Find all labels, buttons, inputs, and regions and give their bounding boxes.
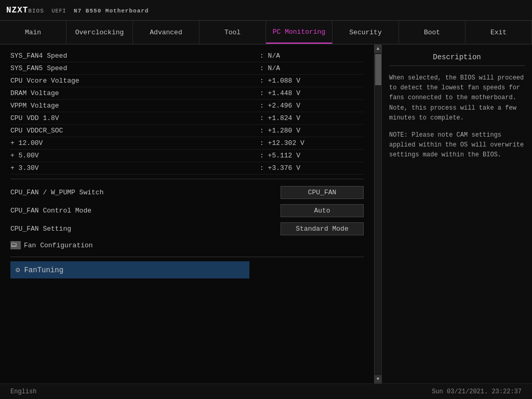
scrollbar-thumb[interactable] [375,54,381,85]
monitor-row-value: : +1.280 V [260,127,364,135]
monitor-row-value: : N/A [260,64,364,72]
monitor-row-value: : +12.302 V [260,139,364,147]
monitor-row: SYS_FAN5 Speed: N/A [10,62,364,75]
logo: NZXTBIOS UEFI N7 B550 Motherboard [6,6,149,15]
btn-rows-container: CPU_FAN / W_PUMP SwitchCPU_FANCPU_FAN Co… [10,183,364,238]
description-title: Description [389,53,525,66]
monitor-row-value: : +2.496 V [260,102,364,110]
description-paragraph: NOTE: Please note CAM settings applied w… [389,130,525,161]
nav-item-exit[interactable]: Exit [466,21,532,44]
monitor-row-value: : +5.112 V [260,152,364,159]
monitor-row-label: VPPM Voltage [10,102,260,110]
monitor-row-value: : N/A [260,52,364,60]
monitor-row-label: CPU Vcore Voltage [10,77,260,85]
btn-row: CPU_FAN SettingStandard Mode [10,220,364,238]
monitor-row-label: + 12.00V [10,139,260,147]
description-paragraph: When selected, the BIOS will proceed to … [389,73,525,123]
navbar: MainOverclockingAdvancedToolPC Monitorin… [0,21,532,45]
monitor-row-label: CPU VDDCR_SOC [10,127,260,135]
bios-button[interactable]: CPU_FAN [281,186,364,199]
right-panel: Description When selected, the BIOS will… [381,45,532,383]
nav-item-advanced[interactable]: Advanced [133,21,200,44]
nav-item-overclocking[interactable]: Overclocking [66,21,133,44]
wrench-icon: ⚙ [16,265,20,274]
bios-button[interactable]: Auto [281,204,364,217]
monitor-row-value: : +1.088 V [260,77,364,85]
fantuning-label: FanTuning [24,266,63,274]
footer: English Sun 03/21/2021. 23:22:37 [0,383,532,399]
footer-datetime: Sun 03/21/2021. 23:22:37 [432,388,522,395]
monitor-row: + 12.00V: +12.302 V [10,137,364,150]
logo-bios: BIOS [28,8,44,14]
monitor-row-value: : +1.824 V [260,114,364,122]
logo-uefi: UEFI [51,8,66,14]
monitor-row: CPU VDD 1.8V: +1.824 V [10,112,364,125]
monitor-row: + 3.30V: +3.376 V [10,162,364,175]
monitor-row-label: SYS_FAN4 Speed [10,52,260,60]
fan-config-icon: 🗂 [10,241,21,249]
monitor-row: SYS_FAN4 Speed: N/A [10,50,364,62]
btn-row: CPU_FAN Control ModeAuto [10,202,364,220]
header: NZXTBIOS UEFI N7 B550 Motherboard [0,0,532,21]
btn-row-label: CPU_FAN / W_PUMP Switch [10,189,281,196]
footer-language: English [10,388,36,395]
monitor-row-label: SYS_FAN5 Speed [10,64,260,72]
btn-row-label: CPU_FAN Control Mode [10,207,281,215]
nav-item-pc-monitoring[interactable]: PC Monitoring [266,21,332,44]
monitor-row-label: DRAM Voltage [10,89,260,97]
monitor-row-value: : +1.448 V [260,89,364,97]
monitor-row-label: CPU VDD 1.8V [10,114,260,122]
fan-config-label: Fan Configuration [24,242,93,249]
description-text: When selected, the BIOS will proceed to … [389,73,525,161]
monitor-row: VPPM Voltage: +2.496 V [10,100,364,112]
bios-button[interactable]: Standard Mode [281,222,364,235]
monitor-row-label: + 5.00V [10,152,260,159]
nav-item-main[interactable]: Main [0,21,66,44]
logo-nzxt: NZXT [6,6,28,15]
nav-item-tool[interactable]: Tool [200,21,266,44]
nav-item-boot[interactable]: Boot [399,21,466,44]
fantuning-row[interactable]: ⚙ FanTuning [10,261,249,278]
monitor-row: CPU Vcore Voltage: +1.088 V [10,75,364,87]
fan-config-row: 🗂 Fan Configuration [10,238,364,252]
monitor-row: + 5.00V: +5.112 V [10,150,364,162]
monitor-row-value: : +3.376 V [260,164,364,172]
btn-row-label: CPU_FAN Setting [10,225,281,233]
scrollbar-down-button[interactable]: ▼ [375,375,382,383]
logo-model: N7 B550 Motherboard [74,8,149,14]
btn-row: CPU_FAN / W_PUMP SwitchCPU_FAN [10,183,364,202]
divider-1 [10,179,364,179]
main-content: SYS_FAN4 Speed: N/ASYS_FAN5 Speed: N/ACP… [0,45,532,383]
monitor-rows-container: SYS_FAN4 Speed: N/ASYS_FAN5 Speed: N/ACP… [10,50,364,175]
scrollbar-track: ▲ ▼ [374,45,381,383]
monitor-row-label: + 3.30V [10,164,260,172]
nav-item-security[interactable]: Security [332,21,399,44]
divider-2 [10,257,364,257]
scrollbar-up-button[interactable]: ▲ [375,45,382,53]
monitor-row: DRAM Voltage: +1.448 V [10,87,364,100]
monitor-row: CPU VDDCR_SOC: +1.280 V [10,125,364,137]
left-panel: SYS_FAN4 Speed: N/ASYS_FAN5 Speed: N/ACP… [0,45,374,383]
